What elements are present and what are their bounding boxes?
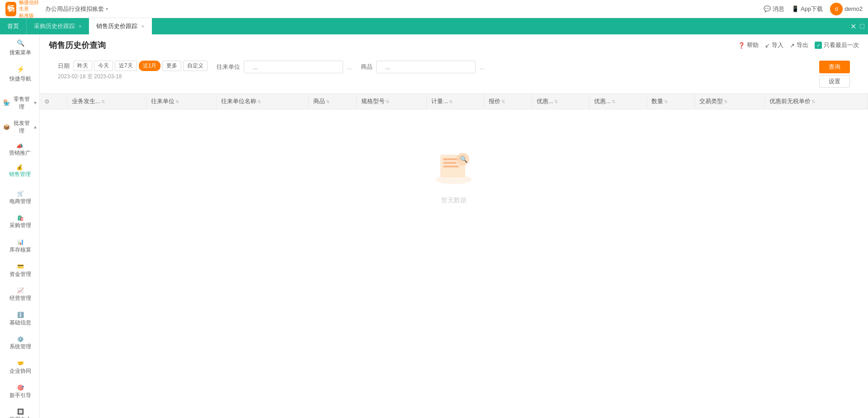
tab-sales-close[interactable]: × — [141, 24, 144, 29]
sidebar-item-search-menu-label: 搜索菜单 — [9, 49, 31, 57]
sidebar-item-sales[interactable]: 💰 销售管理 — [0, 161, 39, 182]
app-selector-chevron: ▾ — [106, 6, 108, 11]
sidebar-item-guide[interactable]: 🎯 新手引导 — [0, 380, 39, 404]
col-trade-type: 交易类型⇅ — [695, 94, 765, 109]
retail-icon: 🏪 — [3, 99, 10, 107]
partner-filter-dots: ... — [347, 64, 352, 71]
sidebar-item-basic-label: 基础信息 — [9, 319, 31, 327]
query-button[interactable]: 查询 — [819, 61, 850, 73]
quick-nav-icon: ⚡ — [17, 65, 24, 74]
help-button[interactable]: ❓ 帮助 — [738, 41, 759, 49]
window-max-button[interactable]: □ — [860, 22, 864, 30]
sidebar-item-retail[interactable]: 🏪 零售管理 ▼ — [0, 91, 39, 115]
col-pretax-price: 优惠前无税单价⇅ — [765, 94, 868, 109]
sidebar-item-inventory[interactable]: 📊 库存核算 — [0, 234, 39, 258]
sidebar-item-operations[interactable]: 📈 经营管理 — [0, 282, 39, 307]
table-header-row: ⚙ 业务发生...⇅ 往来单位⇅ 往来单位名称⇅ 商品⇅ 规格型号⇅ 计量...… — [40, 94, 868, 109]
sort-icon-quote[interactable]: ⇅ — [501, 99, 505, 104]
sidebar-item-system[interactable]: ⚙️ 系统管理 — [0, 331, 39, 356]
svg-rect-3 — [443, 162, 457, 164]
only-last-checkbox[interactable]: ✓ 只看最后一次 — [815, 41, 859, 49]
content: 销售历史价查询 ❓ 帮助 ↙ 导入 ↗ 导出 ✓ — [40, 34, 868, 418]
empty-text: 暂无数据 — [441, 196, 467, 204]
sidebar-item-quick-nav[interactable]: ⚡ 快捷导航 — [0, 61, 39, 87]
empty-icon: 🔍 — [431, 146, 476, 191]
purchase-icon: 🛍️ — [17, 214, 24, 222]
export-button[interactable]: ↗ 导出 — [790, 41, 808, 49]
sidebar-item-enterprise[interactable]: 🤝 企业协同 — [0, 355, 39, 380]
app-download-button[interactable]: 📱 App下载 — [792, 5, 823, 13]
sort-icon-qty[interactable]: ⇅ — [664, 99, 668, 104]
filter-date-group: 日期 昨天 今天 近7天 近1月 更多 自定义 2023-02-18 至 202… — [58, 61, 208, 81]
sidebar-item-wholesale[interactable]: 📦 批发管理 ▲ — [0, 115, 39, 139]
page-actions: ❓ 帮助 ↙ 导入 ↗ 导出 ✓ 只看最后一次 — [738, 41, 859, 49]
tab-sales-history[interactable]: 销售历史价跟踪 × — [89, 18, 151, 34]
search-menu-icon: 🔍 — [17, 39, 24, 48]
date-btn-more[interactable]: 更多 — [162, 61, 181, 71]
sort-icon-biz-date[interactable]: ⇅ — [101, 99, 105, 104]
date-btn-7days[interactable]: 近7天 — [115, 61, 137, 71]
tab-purchase-history[interactable]: 采购历史价跟踪 × — [27, 18, 89, 34]
sidebar-item-apps[interactable]: 🔲 应用中心 — [0, 404, 39, 418]
sort-icon-partner-name[interactable]: ⇅ — [257, 99, 261, 104]
date-btn-yesterday[interactable]: 昨天 — [73, 61, 92, 71]
app-download-label: App下载 — [801, 5, 823, 13]
filter-goods-group: 商品 ... — [361, 61, 484, 73]
settings-button[interactable]: 设置 — [819, 75, 850, 88]
topbar: 畅 畅捷信好生意 标准版 办公用品行业模拟账套 ▾ 💬 消息 📱 App下载 d… — [0, 0, 868, 18]
sidebar-item-retail-label: 零售管理 — [12, 95, 31, 111]
col-spec: 规格型号⇅ — [357, 94, 427, 109]
sort-icon-trade-type[interactable]: ⇅ — [724, 99, 727, 104]
sidebar-item-wholesale-label: 批发管理 — [12, 119, 31, 135]
date-btn-today[interactable]: 今天 — [94, 61, 113, 71]
system-icon: ⚙️ — [17, 336, 24, 343]
tab-home[interactable]: 首页 — [0, 18, 27, 34]
col-biz-date: 业务发生...⇅ — [67, 94, 146, 109]
user-name: demo2 — [844, 5, 863, 12]
ecommerce-icon: 🛒 — [17, 190, 24, 198]
sort-icon-unit[interactable]: ⇅ — [449, 99, 453, 104]
msg-icon: 💬 — [764, 5, 771, 12]
app-selector[interactable]: 办公用品行业模拟账套 ▾ — [45, 5, 108, 13]
tab-purchase-label: 采购历史价跟踪 — [34, 22, 75, 30]
svg-rect-4 — [443, 166, 459, 167]
page-title: 销售历史价查询 — [49, 40, 106, 51]
msg-button[interactable]: 💬 消息 — [764, 5, 784, 13]
date-range-display: 2023-02-18 至 2023-03-18 — [58, 73, 208, 81]
sidebar-item-search-menu[interactable]: 🔍 搜索菜单 — [0, 34, 39, 61]
gear-icon[interactable]: ⚙ — [44, 98, 50, 105]
col-gear[interactable]: ⚙ — [40, 94, 67, 109]
window-close-button[interactable]: ✕ — [850, 22, 856, 31]
filter-partner-group: 往来单位 ... — [217, 61, 352, 73]
sales-icon: 💰 — [16, 164, 23, 171]
user-area[interactable]: d demo2 — [830, 3, 863, 15]
goods-filter-label: 商品 — [361, 63, 373, 71]
sort-icon-pretax-price[interactable]: ⇅ — [811, 99, 815, 104]
date-filter-label: 日期 — [58, 62, 70, 70]
logo-text: 畅捷信好生意 标准版 — [19, 0, 42, 19]
import-button[interactable]: ↙ 导入 — [765, 41, 783, 49]
goods-filter-input[interactable] — [376, 61, 476, 73]
retail-arrow: ▼ — [33, 100, 38, 106]
sort-icon-discount1[interactable]: ⇅ — [554, 99, 558, 104]
date-btn-custom[interactable]: 自定义 — [183, 61, 208, 71]
sidebar-item-basic[interactable]: ℹ️ 基础信息 — [0, 307, 39, 331]
sidebar-item-finance[interactable]: 💳 资金管理 — [0, 258, 39, 283]
goods-filter-dots: ... — [479, 64, 484, 71]
col-goods: 商品⇅ — [308, 94, 356, 109]
col-discount1: 优惠...⇅ — [532, 94, 590, 109]
sort-icon-discount2[interactable]: ⇅ — [612, 99, 615, 104]
query-buttons: 查询 设置 — [819, 61, 850, 88]
sidebar-item-ecommerce[interactable]: 🛒 电商管理 — [0, 185, 39, 210]
tab-spacer — [152, 18, 847, 34]
tab-purchase-close[interactable]: × — [79, 24, 81, 29]
partner-filter-input[interactable] — [244, 61, 343, 73]
sort-icon-spec[interactable]: ⇅ — [386, 99, 389, 104]
sidebar-item-purchase[interactable]: 🛍️ 采购管理 — [0, 210, 39, 234]
wholesale-arrow: ▲ — [33, 124, 38, 130]
sort-icon-partner-code[interactable]: ⇅ — [175, 99, 179, 104]
help-icon: ❓ — [738, 42, 745, 49]
sidebar-item-marketing[interactable]: 📣 营销推广 — [0, 139, 39, 161]
date-btn-1month[interactable]: 近1月 — [139, 61, 161, 71]
sort-icon-goods[interactable]: ⇅ — [326, 99, 330, 104]
